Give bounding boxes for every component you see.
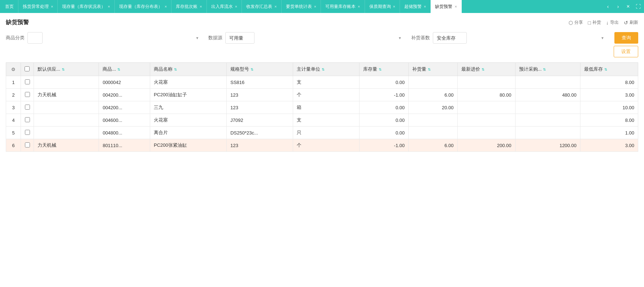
td-row-num: 1 (6, 76, 21, 89)
tab-item-home[interactable]: 首页 (1, 0, 18, 13)
th-product-code[interactable]: 商品... ⇅ (99, 63, 150, 76)
th-spec-sort-icon: ⇅ (251, 67, 253, 71)
tab-close-all[interactable]: ✕ (623, 0, 633, 13)
td-product-code: 0000042 (99, 76, 150, 89)
td-est-purchase (515, 114, 580, 127)
tab-item-shortage[interactable]: 缺货预警× (431, 0, 461, 13)
table-row: 4004600...火花塞J7092支0.008.00 (6, 114, 638, 127)
row-checkbox[interactable] (25, 105, 30, 110)
tab-item-overstock[interactable]: 超储预警× (400, 0, 431, 13)
th-unit-sort-icon: ⇅ (322, 67, 325, 71)
td-checkbox[interactable] (21, 114, 34, 127)
td-spec: 123 (227, 139, 293, 152)
tab-close-collect[interactable]: × (274, 4, 277, 9)
th-product-name[interactable]: 商品名称 ⇅ (150, 63, 227, 76)
th-min-stock[interactable]: 最低库存 ⇅ (580, 63, 638, 76)
row-checkbox[interactable] (25, 130, 30, 135)
tab-close-inventory-dist[interactable]: × (165, 4, 167, 9)
tab-item-order-stat[interactable]: 要货单统计表× (282, 0, 321, 13)
tab-close-flow[interactable]: × (235, 4, 237, 9)
header-actions: ⬡ 分享 □ 补货 ↓ 导出 ↺ 刷新 (569, 19, 638, 26)
th-unit[interactable]: 主计量单位 ⇅ (293, 63, 359, 76)
th-checkbox[interactable] (21, 63, 34, 76)
tab-nav-next[interactable]: › (613, 0, 623, 13)
td-stock: 0.00 (360, 127, 409, 139)
tab-close-abnormal[interactable]: × (51, 4, 53, 9)
replenish-button[interactable]: □ 补货 (588, 19, 601, 26)
th-replenish-qty[interactable]: 补货量 ⇅ (408, 63, 457, 76)
tab-item-available[interactable]: 可用量库存账本× (321, 0, 365, 13)
td-latest-price: 200.00 (457, 139, 515, 152)
tab-item-abnormal[interactable]: 拣货异常处理× (18, 0, 58, 13)
td-product-name: PC200油缸缸子 (150, 89, 227, 101)
td-replenish-qty: 6.00 (408, 139, 457, 152)
tab-item-batch[interactable]: 库存批次账× (171, 0, 206, 13)
td-default-supplier (34, 127, 99, 139)
share-button[interactable]: ⬡ 分享 (569, 19, 583, 26)
td-product-code: 004200... (99, 89, 150, 101)
th-default-supplier-label: 默认供应... (38, 66, 60, 72)
tab-item-collect[interactable]: 收发存汇总表× (242, 0, 281, 13)
page-title: 缺货预警 (6, 19, 569, 26)
th-stock-label: 库存量 (363, 66, 377, 72)
td-row-num: 5 (6, 127, 21, 139)
tab-close-available[interactable]: × (358, 4, 360, 9)
tab-item-flow[interactable]: 出入库流水× (207, 0, 242, 13)
row-checkbox[interactable] (25, 79, 30, 84)
tab-fullscreen[interactable]: ⛶ (633, 0, 643, 13)
td-row-num: 4 (6, 114, 21, 127)
td-product-name: 火花塞 (150, 114, 227, 127)
tab-close-batch[interactable]: × (200, 4, 202, 9)
tab-close-order-stat[interactable]: × (314, 4, 316, 9)
td-spec: 123 (227, 101, 293, 114)
th-est-purchase-sort-icon: ⇅ (543, 67, 546, 71)
refresh-icon: ↺ (624, 20, 628, 26)
tab-item-expiry[interactable]: 保质期查询× (365, 0, 400, 13)
tab-item-inventory-status[interactable]: 现存量（库存状况表）× (58, 0, 114, 13)
row-checkbox[interactable] (25, 142, 30, 147)
datasource-select[interactable]: 可用量 (225, 32, 254, 44)
column-settings-icon[interactable]: ⚙ (10, 66, 17, 73)
tab-close-expiry[interactable]: × (393, 4, 395, 9)
td-row-num: 2 (6, 89, 21, 101)
th-stock[interactable]: 库存量 ⇅ (360, 63, 409, 76)
export-button[interactable]: ↓ 导出 (606, 19, 619, 26)
category-filter-label: 商品分类 (6, 35, 25, 41)
query-button[interactable]: 查询 (614, 32, 638, 44)
tab-close-inventory-status[interactable]: × (108, 4, 110, 9)
td-est-purchase (515, 76, 580, 89)
th-est-purchase[interactable]: 预计采购... ⇅ (515, 63, 580, 76)
settings-button[interactable]: 设置 (614, 46, 638, 57)
td-checkbox[interactable] (21, 101, 34, 114)
category-select[interactable] (27, 32, 43, 44)
tab-nav-prev[interactable]: ‹ (603, 0, 613, 13)
td-checkbox[interactable] (21, 139, 34, 152)
td-checkbox[interactable] (21, 127, 34, 139)
td-unit: 支 (293, 114, 359, 127)
refresh-button[interactable]: ↺ 刷新 (624, 19, 638, 26)
td-unit: 箱 (293, 101, 359, 114)
th-latest-price-label: 最新进价 (461, 66, 480, 72)
select-all-checkbox[interactable] (25, 66, 30, 71)
td-product-name: 火花塞 (150, 76, 227, 89)
td-spec: J7092 (227, 114, 293, 127)
td-latest-price (457, 101, 515, 114)
table-row: 2力天机械004200...PC200油缸缸子123个-1.006.0080.0… (6, 89, 638, 101)
th-unit-label: 主计量单位 (297, 66, 320, 72)
tab-close-shortage[interactable]: × (454, 4, 457, 9)
th-spec[interactable]: 规格型号 ⇅ (227, 63, 293, 76)
row-checkbox[interactable] (25, 117, 30, 122)
th-settings[interactable]: ⚙ (6, 63, 21, 76)
td-checkbox[interactable] (21, 76, 34, 89)
th-default-supplier[interactable]: 默认供应... ⇅ (34, 63, 99, 76)
th-latest-price[interactable]: 最新进价 ⇅ (457, 63, 515, 76)
tab-close-overstock[interactable]: × (424, 4, 426, 9)
page-header: 缺货预警 ⬡ 分享 □ 补货 ↓ 导出 ↺ 刷新 (6, 19, 638, 26)
th-min-stock-sort-icon: ⇅ (604, 67, 607, 71)
replenish-base-select[interactable]: 安全库存 (433, 32, 467, 44)
table-row: 3004200...三九123箱0.0020.0010.00 (6, 101, 638, 114)
td-checkbox[interactable] (21, 89, 34, 101)
tab-item-inventory-dist[interactable]: 现存量（库存分布表）× (115, 0, 171, 13)
td-est-purchase: 1200.00 (515, 139, 580, 152)
row-checkbox[interactable] (25, 92, 30, 97)
